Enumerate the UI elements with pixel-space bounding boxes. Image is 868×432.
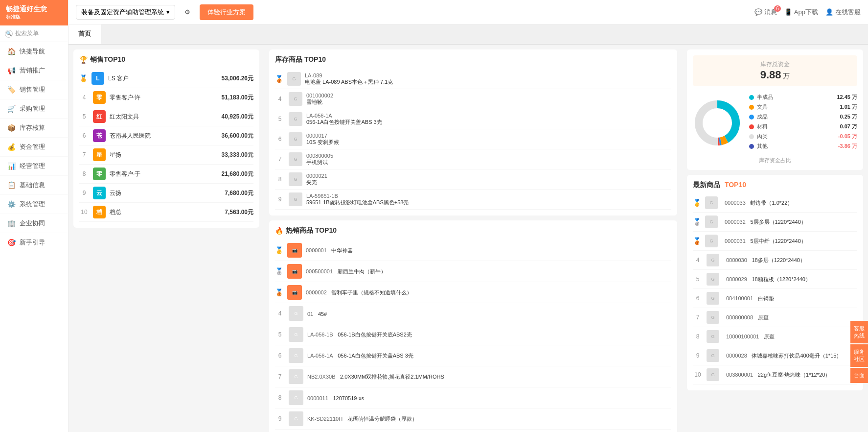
product-info: LA-056-1A 056-1A白色按键开关盖ABS 3壳 xyxy=(306,113,382,126)
sidebar-item-guide[interactable]: 🎯 新手引导 xyxy=(0,233,68,252)
sidebar-item-operations[interactable]: 📊 经营管理 xyxy=(0,157,68,176)
customer-value: 53,006.26元 xyxy=(222,74,253,83)
rank-number: 7 xyxy=(79,151,89,158)
sidebar-item-sales[interactable]: 🏷️ 销售管理 xyxy=(0,80,68,99)
new-product-info: 0000028 体城嘉核味苏打饮品400毫升（1*15） xyxy=(726,352,857,360)
customer-avatar: 云 xyxy=(93,187,106,199)
inventory-total-label: 库存总资金 xyxy=(693,60,857,69)
message-btn[interactable]: 💬 消息 6 xyxy=(754,8,777,17)
new-product-info: 0000031 5层中纤（1220*2440） xyxy=(725,237,857,245)
sidebar-search[interactable]: 🔍 搜索菜单 xyxy=(0,25,68,42)
hot-product-thumb: 📷 xyxy=(287,264,302,279)
new-product-item: 🥉 G 0000031 5层中纤（1220*2440） xyxy=(693,232,857,251)
customer-name: 红太阳文具 xyxy=(110,113,218,121)
hot-product-item: 🥉 📷 0000002 智利车子里（规格不知道填什么） xyxy=(275,282,671,303)
legend-label: 成品 xyxy=(757,113,837,120)
sidebar-item-purchase[interactable]: 🛒 采购管理 xyxy=(0,99,68,119)
product-thumb-placeholder: G xyxy=(707,349,719,362)
tab-home[interactable]: 首页 xyxy=(69,24,101,44)
sidebar-item-marketing[interactable]: 📢 营销推广 xyxy=(0,61,68,80)
nav-icon: 💰 xyxy=(7,143,16,151)
customer-value: 7,563.00元 xyxy=(225,208,253,216)
legend-item: 成品 0.25 万 xyxy=(749,113,857,120)
legend-label: 肉类 xyxy=(757,133,835,140)
customer-value: 21,680.00元 xyxy=(222,170,253,178)
legend-value: -3.86 万 xyxy=(838,143,857,150)
page-tabs: 首页 xyxy=(69,24,868,45)
product-info: LA-59651-1B 59651-1B旋转投影灯电池盒ABS黑色+58壳 xyxy=(306,193,409,206)
customer-avatar: 档 xyxy=(93,206,106,218)
legend-item: 肉类 -0.05 万 xyxy=(749,133,857,140)
inventory-product-item: 8 G 0000021 夹壳 xyxy=(275,169,671,190)
customer-avatar: 苍 xyxy=(93,129,106,142)
sidebar-logo: 畅捷通好生意 标准版 xyxy=(0,0,68,25)
product-thumb-placeholder: G xyxy=(707,273,719,286)
new-product-item: 8 G 10000100001 原查 xyxy=(693,327,857,346)
customer-list-item: 9 云 云扬 7,680.00元 xyxy=(79,184,253,203)
customer-avatar: 零 xyxy=(93,168,106,180)
sidebar-item-finance[interactable]: 💰 资金管理 xyxy=(0,138,68,157)
sidebar-item-inventory[interactable]: 📦 库存核算 xyxy=(0,119,68,138)
customer-list-item: 4 零 零售客户·许 51,183.00元 xyxy=(79,88,253,107)
inventory-product-item: 9 G LA-59651-1B 59651-1B旋转投影灯电池盒ABS黑色+58… xyxy=(275,190,671,210)
product-info: 0000017 10S 变刹罗候 xyxy=(306,133,339,146)
system-selector[interactable]: 装备及固定资产辅助管理系统 ▾ xyxy=(76,5,175,20)
customers-list: 🏅 L LS 客户 53,006.26元 4 零 零售客户·许 51,183.0… xyxy=(79,69,253,222)
sidebar-item-base[interactable]: 📋 基础信息 xyxy=(0,176,68,195)
inventory-capital-card: 库存总资金 9.88 万 xyxy=(687,49,863,170)
legend-label: 半成品 xyxy=(757,94,834,101)
legend-dot xyxy=(749,134,754,139)
dashboard-middle: 库存商品 TOP10 🥉 G LA-089 电池盖 LA-089 ABS本色＋黑… xyxy=(264,45,682,432)
nav-label: 资金管理 xyxy=(20,143,45,151)
product-info: 001000002 雪地靴 xyxy=(306,93,333,106)
cs-community-btn[interactable]: 服务社区 xyxy=(850,344,868,367)
app-download-btn[interactable]: 📱 App下载 xyxy=(784,8,818,17)
inventory-total-unit: 万 xyxy=(783,72,790,80)
medal-silver-icon: 🥈 xyxy=(275,267,283,275)
customer-value: 51,183.00元 xyxy=(222,94,253,102)
sidebar-item-enterprise[interactable]: 🏢 企业协同 xyxy=(0,214,68,233)
nav-icon: 🏢 xyxy=(7,219,16,227)
logo-sub-text: 标准版 xyxy=(6,14,21,21)
hot-product-info: LA-056-1A 056-1A白色按键开关盖ABS 3壳 xyxy=(307,352,413,360)
product-thumb: G xyxy=(289,132,302,146)
trial-button[interactable]: 体验行业方案 xyxy=(200,4,253,20)
nav-label: 采购管理 xyxy=(20,104,45,113)
inventory-subtitle: 库存资金占比 xyxy=(693,157,857,164)
hot-products-title: 🔥 热销商品 TOP10 xyxy=(275,226,671,235)
new-product-info: 004100001 白钢垫 xyxy=(726,294,857,302)
new-products-card: 最新商品 TOP10 🥇 G 0000033 封边带（1.0*22） 🥈 G 0… xyxy=(687,175,863,390)
cs-counter-btn[interactable]: 台面 xyxy=(850,368,868,383)
message-badge: 6 xyxy=(774,5,781,12)
new-product-item: 7 G 000800008 原查 xyxy=(693,308,857,327)
sidebar-item-system[interactable]: ⚙️ 系统管理 xyxy=(0,195,68,214)
new-product-info: 0000032 5层多层（1220*2440） xyxy=(725,218,857,226)
sidebar-item-quick-nav[interactable]: 🏠 快捷导航 xyxy=(0,42,68,61)
inventory-product-item: 5 G LA-056-1A 056-1A白色按键开关盖ABS 3壳 xyxy=(275,109,671,129)
online-service-btn[interactable]: 👤 在线客服 xyxy=(825,8,861,17)
product-thumb-placeholder: G xyxy=(707,330,719,343)
nav-icon: 🏠 xyxy=(7,48,16,55)
message-icon: 💬 xyxy=(754,8,762,16)
rank-number: 6 xyxy=(79,132,89,139)
legend-item: 半成品 12.45 万 xyxy=(749,94,857,101)
dashboard-left: 🏆 销售TOP10 🏅 L LS 客户 53,006.26元 4 零 零售客户·… xyxy=(69,45,264,432)
inventory-product-item: 4 G 001000002 雪地靴 xyxy=(275,89,671,109)
hot-product-item: 9 G KK-SD22110H 花语萌恒温分腿睡袋（厚款） xyxy=(275,408,671,430)
inventory-products-title: 库存商品 TOP10 xyxy=(275,55,671,64)
legend-label: 其他 xyxy=(757,143,835,150)
inventory-product-item: 7 G 000800005 手机测试 xyxy=(275,149,671,169)
hot-product-info: 0000001 中华神器 xyxy=(306,246,353,254)
cs-hotline-btn[interactable]: 客服热线 xyxy=(850,321,868,343)
new-product-info: 003800001 22g鱼豆腐·烧烤味（1*12*20） xyxy=(726,371,857,379)
new-product-item: 🥈 G 0000032 5层多层（1220*2440） xyxy=(693,213,857,232)
customer-list-item: 6 苍 苍南县人民医院 36,600.00元 xyxy=(79,126,253,145)
nav-label: 经营管理 xyxy=(20,162,45,170)
legend-value: -0.05 万 xyxy=(838,133,857,140)
sidebar: 畅捷通好生意 标准版 🔍 搜索菜单 🏠 快捷导航📢 营销推广🏷️ 销售管理🛒 采… xyxy=(0,0,69,432)
nav-icon: 📊 xyxy=(7,162,16,170)
hot-product-thumb: G xyxy=(289,306,303,321)
new-product-info: 0000030 18多层（1220*2440） xyxy=(726,256,857,264)
settings-icon[interactable]: ⚙ xyxy=(180,5,195,20)
new-product-item: 9 G 0000028 体城嘉核味苏打饮品400毫升（1*15） xyxy=(693,346,857,365)
